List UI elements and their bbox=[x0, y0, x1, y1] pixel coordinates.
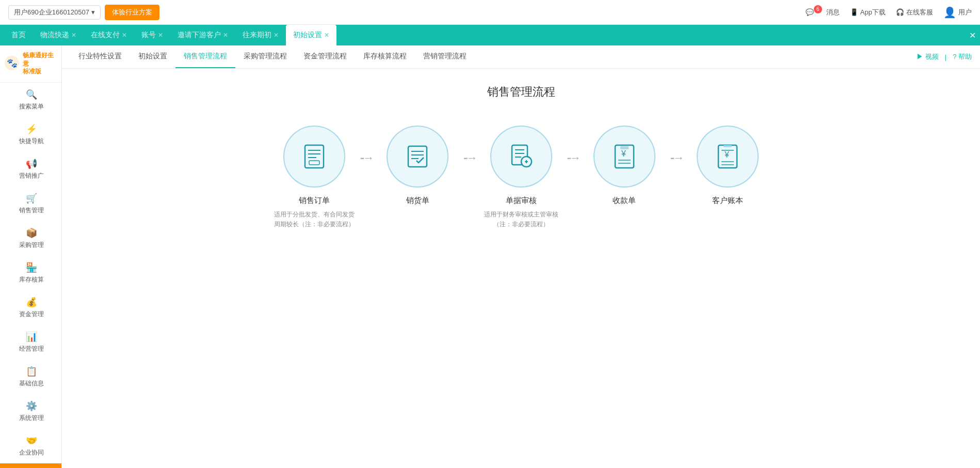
sub-tab-库存核算流程[interactable]: 库存核算流程 bbox=[355, 45, 415, 68]
basicinfo-icon: 📋 bbox=[26, 366, 37, 377]
sidebar-item-system[interactable]: ⚙️ 系统管理 bbox=[0, 394, 61, 429]
flow-step-account[interactable]: ¥ 客户账本 bbox=[686, 126, 769, 210]
flow-title: 销售管理流程 bbox=[487, 84, 555, 100]
sidebar-item-basicinfo[interactable]: 📋 基础信息 bbox=[0, 360, 61, 394]
sub-tab-采购管理流程[interactable]: 采购管理流程 bbox=[235, 45, 295, 68]
marketing-icon: 📢 bbox=[26, 158, 37, 169]
nav-tab-label: 账号 bbox=[141, 30, 156, 40]
flow-arrow-4: ···→ bbox=[670, 126, 682, 165]
nav-tab-close-icon[interactable]: ✕ bbox=[324, 32, 329, 39]
nav-tab-close-icon[interactable]: ✕ bbox=[223, 32, 228, 39]
flow-step-desc-audit: 适用于财务审核或主管审核（注：非必要流程） bbox=[480, 210, 563, 229]
flow-step-desc-sales-order: 适用于分批发货、有合同发货周期较长（注：非必要流程） bbox=[273, 210, 356, 229]
flow-step-name-shipment: 销货单 bbox=[406, 196, 429, 206]
nav-tab-close-icon[interactable]: ✕ bbox=[158, 32, 163, 39]
flow-step-name-receipt: 收款单 bbox=[613, 196, 636, 206]
nav-tab-物流快递[interactable]: 物流快递 ✕ bbox=[33, 25, 84, 45]
app-download-label: App下载 bbox=[860, 8, 886, 17]
flow-step-audit[interactable]: 单据审核 适用于财务审核或主管审核（注：非必要流程） bbox=[480, 126, 563, 229]
svg-rect-28 bbox=[724, 145, 732, 147]
flow-arrow-3: ···→ bbox=[567, 126, 579, 165]
svg-rect-22 bbox=[620, 146, 629, 149]
logo-icon: 🐾 bbox=[4, 55, 20, 72]
user-label: 用户690企业1660120507 bbox=[14, 8, 89, 17]
sidebar-logo: 🐾 畅康通好生意 标准版 bbox=[0, 45, 61, 83]
sidebar-item-operation[interactable]: 📊 经营管理 bbox=[0, 325, 61, 360]
flow-arrow-2: ···→ bbox=[463, 126, 475, 165]
sidebar-item-search[interactable]: 🔍 搜索菜单 bbox=[0, 83, 61, 117]
sidebar-item-quicknav[interactable]: ⚡ 快捷导航 bbox=[0, 117, 61, 152]
flow-step-name-sales-order: 销售订单 bbox=[299, 196, 330, 206]
flow-step-name-audit: 单据审核 bbox=[506, 196, 537, 206]
search-icon: 🔍 bbox=[26, 89, 37, 100]
svg-rect-7 bbox=[408, 146, 427, 167]
nav-tab-close-icon[interactable]: ✕ bbox=[71, 32, 76, 39]
sidebar-items: 🔍 搜索菜单⚡ 快捷导航📢 营销推广🛒 销售管理📦 采购管理🏪 库存核算💰 资金… bbox=[0, 83, 61, 468]
inventory-icon: 🏪 bbox=[26, 262, 37, 273]
nav-tab-账号[interactable]: 账号 ✕ bbox=[134, 25, 170, 45]
nav-tabs-bar: 首页物流快递 ✕在线支付 ✕账号 ✕邀请下游客户 ✕往来期初 ✕初始设置 ✕✕ bbox=[0, 25, 980, 45]
flow-step-circle-audit bbox=[490, 126, 552, 188]
sub-tab-行业特性设置[interactable]: 行业特性设置 bbox=[70, 45, 130, 68]
user-name-label: 用户 bbox=[958, 8, 972, 17]
nav-tab-close-icon[interactable]: ✕ bbox=[122, 32, 127, 39]
messages-badge: 6 bbox=[814, 5, 822, 13]
user-menu-item[interactable]: 👤 用户 bbox=[943, 6, 972, 19]
quicknav-icon: ⚡ bbox=[26, 123, 37, 135]
svg-text:¥: ¥ bbox=[621, 149, 626, 158]
sales-icon: 🛒 bbox=[26, 193, 37, 204]
nav-tab-首页[interactable]: 首页 bbox=[4, 25, 33, 45]
sidebar-item-label: 系统管理 bbox=[19, 414, 44, 423]
help-link[interactable]: ? 帮助 bbox=[953, 52, 972, 61]
sidebar-item-marketing[interactable]: 📢 营销推广 bbox=[0, 152, 61, 186]
video-icon: ▶ bbox=[917, 53, 923, 60]
sub-tabs-bar: 行业特性设置初始设置销售管理流程采购管理流程资金管理流程库存核算流程营销管理流程… bbox=[62, 45, 980, 69]
sidebar-item-label: 销售管理 bbox=[19, 206, 44, 215]
app-download-item[interactable]: 📱 App下载 bbox=[850, 8, 886, 17]
svg-rect-6 bbox=[309, 161, 319, 165]
sub-tab-初始设置[interactable]: 初始设置 bbox=[130, 45, 175, 68]
sub-tab-资金管理流程[interactable]: 资金管理流程 bbox=[295, 45, 355, 68]
top-bar-right: 💬 6 消息 📱 App下载 🎧 在线客服 👤 用户 bbox=[806, 6, 972, 19]
sidebar-item-finance[interactable]: 💰 资金管理 bbox=[0, 290, 61, 325]
flow-step-shipment[interactable]: 销货单 bbox=[376, 126, 459, 210]
nav-tab-label: 初始设置 bbox=[293, 30, 322, 40]
sub-tab-销售管理流程[interactable]: 销售管理流程 bbox=[175, 45, 235, 68]
download-icon: 📱 bbox=[850, 8, 858, 16]
flow-content: 销售管理流程 销售订单 适用于分批发货、有合同发货周期较长（注：非必要流程） ·… bbox=[62, 69, 980, 468]
sidebar-item-purchase[interactable]: 📦 采购管理 bbox=[0, 221, 61, 256]
online-service-item[interactable]: 🎧 在线客服 bbox=[896, 8, 933, 17]
help-icon: ? bbox=[953, 53, 956, 60]
messages-label: 消息 bbox=[826, 8, 840, 17]
sidebar-item-sales[interactable]: 🛒 销售管理 bbox=[0, 186, 61, 221]
sidebar-item-label: 资金管理 bbox=[19, 310, 44, 319]
nav-tab-在线支付[interactable]: 在线支付 ✕ bbox=[84, 25, 134, 45]
nav-tab-往来期初[interactable]: 往来期初 ✕ bbox=[235, 25, 286, 45]
message-icon: 💬 bbox=[806, 8, 814, 16]
nav-tab-label: 在线支付 bbox=[91, 30, 120, 40]
flow-step-receipt[interactable]: ¥ 收款单 bbox=[583, 126, 666, 210]
close-all-tabs-button[interactable]: ✕ bbox=[969, 30, 976, 40]
sidebar-item-newguide[interactable]: 🎯 新手引导 bbox=[0, 463, 61, 468]
flow-step-circle-sales-order bbox=[283, 126, 345, 188]
top-bar-left: 用户690企业1660120507 ▾ 体验行业方案 bbox=[8, 5, 159, 20]
nav-tab-label: 首页 bbox=[11, 30, 26, 40]
messages-item[interactable]: 💬 6 消息 bbox=[806, 8, 840, 17]
nav-tab-close-icon[interactable]: ✕ bbox=[274, 32, 279, 39]
user-selector[interactable]: 用户690企业1660120507 ▾ bbox=[8, 5, 101, 20]
sidebar-item-cooperation[interactable]: 🤝 企业协同 bbox=[0, 429, 61, 463]
experience-button[interactable]: 体验行业方案 bbox=[105, 5, 159, 20]
nav-tab-初始设置[interactable]: 初始设置 ✕ bbox=[286, 25, 336, 45]
nav-tab-label: 往来期初 bbox=[243, 30, 271, 40]
nav-tab-邀请下游客户[interactable]: 邀请下游客户 ✕ bbox=[170, 25, 235, 45]
system-icon: ⚙️ bbox=[26, 400, 37, 412]
sidebar-item-inventory[interactable]: 🏪 库存核算 bbox=[0, 256, 61, 290]
sub-tab-营销管理流程[interactable]: 营销管理流程 bbox=[415, 45, 475, 68]
cooperation-icon: 🤝 bbox=[26, 435, 37, 446]
sidebar: 🐾 畅康通好生意 标准版 🔍 搜索菜单⚡ 快捷导航📢 营销推广🛒 销售管理📦 采… bbox=[0, 45, 62, 468]
flow-step-sales-order[interactable]: 销售订单 适用于分批发货、有合同发货周期较长（注：非必要流程） bbox=[273, 126, 356, 229]
video-link[interactable]: ▶ 视频 bbox=[917, 52, 939, 61]
sidebar-item-label: 基础信息 bbox=[19, 379, 44, 388]
user-avatar-icon: 👤 bbox=[943, 6, 956, 19]
svg-text:¥: ¥ bbox=[724, 150, 729, 159]
